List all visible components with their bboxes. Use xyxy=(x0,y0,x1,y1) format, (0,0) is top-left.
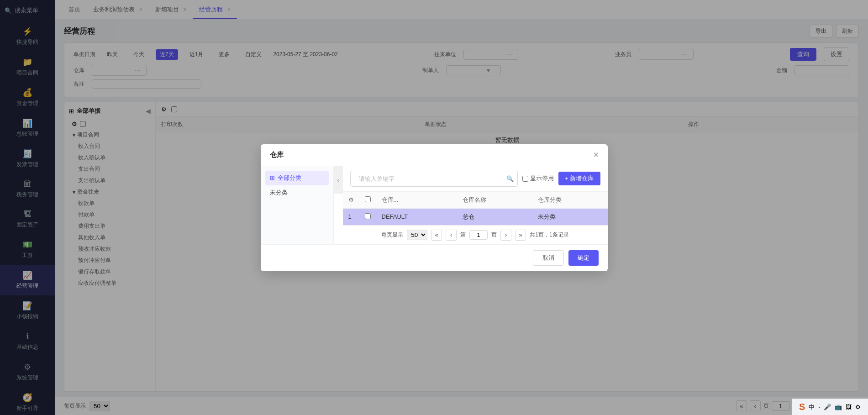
modal-total-label: 共1页，1条记录 xyxy=(530,231,568,239)
modal-next-page[interactable]: › xyxy=(500,230,511,241)
table-row[interactable]: 1 DEFAULT 总仓 未分类 xyxy=(343,208,608,225)
modal-table-wrap: ⚙ 仓库... 仓库名称 仓库分类 1 DEFAULT xyxy=(343,192,608,226)
row-category: 未分类 xyxy=(532,208,608,225)
row-checkbox xyxy=(359,208,376,225)
modal-table: ⚙ 仓库... 仓库名称 仓库分类 1 DEFAULT xyxy=(343,192,608,226)
taskbar-icon4: ⚙ xyxy=(855,404,861,410)
col-code: 仓库... xyxy=(376,192,457,209)
taskbar-icon3: 🖼 xyxy=(846,404,852,410)
modal-body: ⊞ 全部分类 未分类 ‹ 🔍 xyxy=(261,166,608,244)
row-name: 总仓 xyxy=(457,208,532,225)
col-category: 仓库分类 xyxy=(532,192,608,209)
modal-per-page-select[interactable]: 50 xyxy=(407,230,427,240)
modal-page-suffix: 页 xyxy=(491,231,497,239)
col-checkbox xyxy=(359,192,376,209)
search-wrap: 🔍 xyxy=(350,171,518,187)
modal-close-btn[interactable]: × xyxy=(594,151,599,159)
modal-pagination: 每页显示 50 « ‹ 第 页 › » 共1页，1条记录 xyxy=(343,226,608,244)
table-select-all-modal[interactable] xyxy=(365,196,371,202)
modal-first-page[interactable]: « xyxy=(431,230,442,241)
row-select-1[interactable] xyxy=(365,213,371,219)
modal-page-label: 第 xyxy=(460,231,466,239)
modal-uncategorized[interactable]: 未分类 xyxy=(265,185,329,200)
modal-page-input[interactable] xyxy=(469,230,488,240)
row-code: DEFAULT xyxy=(376,208,457,225)
row-index: 1 xyxy=(343,208,359,225)
modal-right-panel: 🔍 显示停用 + 新增仓库 ⚙ xyxy=(343,166,608,244)
modal-collapse-handle[interactable]: ‹ xyxy=(334,166,343,194)
grid-icon2: ⊞ xyxy=(270,174,275,181)
show-disabled-checkbox[interactable] xyxy=(522,176,528,182)
confirm-button[interactable]: 确定 xyxy=(568,250,599,266)
modal-last-page[interactable]: » xyxy=(515,230,526,241)
cancel-button[interactable]: 取消 xyxy=(533,250,564,266)
taskbar-dot: · xyxy=(818,404,820,410)
col-settings: ⚙ xyxy=(343,192,359,209)
brand-logo: S xyxy=(799,402,805,412)
modal-footer: 取消 确定 xyxy=(261,244,608,271)
col-name: 仓库名称 xyxy=(457,192,532,209)
modal-overlay: 仓库 × ⊞ 全部分类 未分类 ‹ xyxy=(0,0,868,415)
modal-all-category[interactable]: ⊞ 全部分类 xyxy=(265,171,329,185)
warehouse-modal: 仓库 × ⊞ 全部分类 未分类 ‹ xyxy=(261,144,608,271)
taskbar-icon1: 中 xyxy=(809,403,815,411)
modal-header: 仓库 × xyxy=(261,144,608,166)
modal-search-icon[interactable]: 🔍 xyxy=(506,175,514,182)
modal-toolbar: 🔍 显示停用 + 新增仓库 xyxy=(343,166,608,192)
show-disabled-label: 显示停用 xyxy=(522,174,554,183)
modal-search-input[interactable] xyxy=(354,173,507,184)
taskbar: S 中 · 🎤 📺 🖼 ⚙ xyxy=(792,399,868,415)
taskbar-icon2: 📺 xyxy=(835,404,842,410)
add-warehouse-button[interactable]: + 新增仓库 xyxy=(558,172,600,185)
modal-left-panel: ⊞ 全部分类 未分类 xyxy=(261,166,334,244)
taskbar-mic-icon: 🎤 xyxy=(824,404,831,410)
modal-title: 仓库 xyxy=(270,151,284,159)
modal-prev-page[interactable]: ‹ xyxy=(446,230,457,241)
